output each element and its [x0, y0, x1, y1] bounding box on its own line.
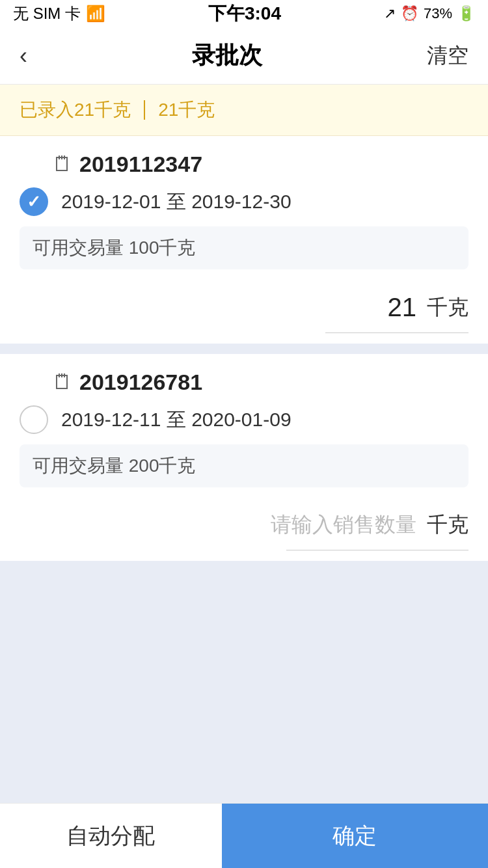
batch-2-avail: 可用交易量 200千克: [20, 444, 468, 487]
info-divider: [144, 100, 145, 120]
bottom-bar: 自动分配 确定: [0, 803, 488, 868]
section-divider-1: [0, 344, 488, 354]
batch-1-icon: 🗒: [52, 152, 73, 176]
empty-gray-area: [0, 571, 488, 832]
input-placeholder-text: 请输入销售数量: [271, 511, 416, 539]
page-title: 录批次: [192, 40, 262, 72]
batch-1-quantity-row: 21 千克: [0, 280, 488, 332]
batch-1-quantity-unit: 千克: [427, 293, 468, 322]
info-banner: 已录入21千克 21千克: [0, 85, 488, 136]
status-bar-right: ↗ ⏰ 73% 🔋: [384, 5, 475, 22]
wifi-icon: 📶: [86, 5, 105, 23]
alarm-icon: ⏰: [401, 5, 418, 22]
status-bar: 无 SIM 卡 📶 下午3:04 ↗ ⏰ 73% 🔋: [0, 0, 488, 27]
batch-1-date-row[interactable]: ✓ 2019-12-01 至 2019-12-30: [0, 183, 488, 223]
confirm-button[interactable]: 确定: [222, 804, 488, 868]
batch-1-header: 🗒 2019112347: [0, 136, 488, 183]
batch-2-icon: 🗒: [52, 370, 73, 394]
batch-2-date-row[interactable]: 2019-12-11 至 2020-01-09: [0, 401, 488, 441]
batch-card-2: 🗒 2019126781 2019-12-11 至 2020-01-09 可用交…: [0, 354, 488, 561]
batch-2-unit: 千克: [427, 511, 468, 539]
battery-label: 73%: [424, 5, 452, 22]
battery-icon: 🔋: [457, 5, 475, 22]
back-button[interactable]: ‹: [20, 42, 27, 70]
status-bar-left: 无 SIM 卡 📶: [13, 3, 105, 24]
location-icon: ↗: [384, 5, 396, 22]
status-bar-time: 下午3:04: [208, 1, 281, 26]
batch-2-date: 2019-12-11 至 2020-01-09: [61, 407, 291, 433]
nav-bar: ‹ 录批次 清空: [0, 27, 488, 85]
batch-2-checkbox[interactable]: [20, 405, 48, 434]
value-label: 21千克: [158, 98, 215, 122]
batch-2-header: 🗒 2019126781: [0, 354, 488, 401]
clear-button[interactable]: 清空: [427, 42, 468, 70]
sim-label: 无 SIM 卡: [13, 3, 81, 24]
batch-card-1: 🗒 2019112347 ✓ 2019-12-01 至 2019-12-30 可…: [0, 136, 488, 344]
batch-1-date: 2019-12-01 至 2019-12-30: [61, 189, 291, 215]
batch-2-input-row: 请输入销售数量 千克: [0, 498, 488, 550]
batch-1-quantity-value: 21: [388, 293, 417, 322]
checkmark-icon: ✓: [27, 192, 41, 212]
batch-1-checkbox[interactable]: ✓: [20, 187, 48, 216]
batch-1-id: 2019112347: [79, 152, 202, 177]
batch-2-id: 2019126781: [79, 370, 202, 395]
recorded-label: 已录入21千克: [20, 98, 131, 122]
section-divider-2: [0, 561, 488, 571]
batch-1-avail: 可用交易量 100千克: [20, 226, 468, 269]
auto-distribute-button[interactable]: 自动分配: [0, 804, 222, 868]
